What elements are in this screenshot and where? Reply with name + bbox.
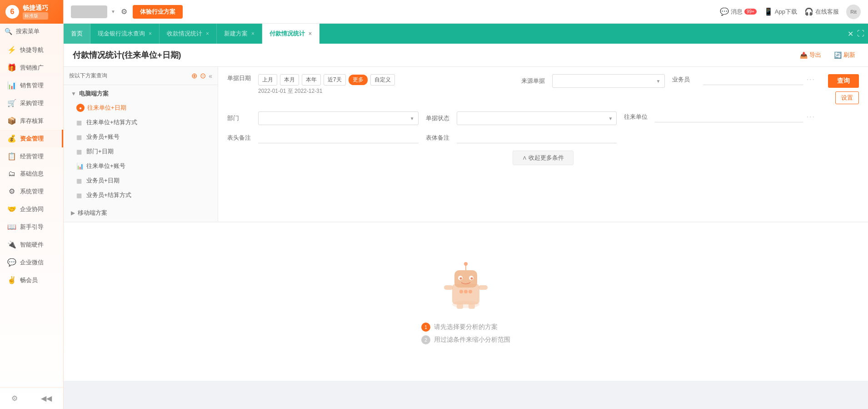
tab-payment-stats-close[interactable]: × [309,30,312,37]
sidebar-item-hardware[interactable]: 🔌 智能硬件 [0,236,63,253]
sidebar-item-purchase[interactable]: 🛒 采购管理 [0,94,63,112]
sidebar-item-sales[interactable]: 📊 销售管理 [0,76,63,94]
partner-input[interactable] [655,111,803,122]
desktop-collapse-icon: ▼ [71,91,76,97]
tab-bank-flow-close[interactable]: × [149,30,152,37]
sidebar-item-label: 库存核算 [20,117,44,125]
scheme-partner-account-label: 往来单位+账号 [86,162,125,170]
date-btn-7days[interactable]: 近7天 [324,74,346,86]
tip-text-2: 用过滤条件来缩小分析范围 [434,336,510,344]
hardware-icon: 🔌 [7,240,16,249]
notification-btn[interactable]: 💬 消息 99+ [720,7,757,16]
sidebar-item-label: 基础信息 [20,170,44,178]
date-btn-this-month[interactable]: 本月 [280,74,299,86]
date-btn-this-year[interactable]: 本年 [302,74,321,86]
scheme-settings-btn[interactable]: ⊙ [200,71,206,80]
scheme-item-partner-settlement[interactable]: ▦ 往来单位+结算方式 [64,115,218,130]
sidebar-item-quick-nav[interactable]: ⚡ 快捷导航 [0,41,63,59]
staff-more-btn[interactable]: ··· [807,76,815,84]
scheme-item-partner-date[interactable]: ● 往来单位+日期 [64,101,218,115]
source-doc-select[interactable]: ▼ [552,74,665,88]
topbar: ▼ ⚙ 体验行业方案 💬 消息 99+ 📱 App下载 🎧 在线客服 Rit [64,0,868,24]
sidebar-item-marketing[interactable]: 🎁 营销推广 [0,59,63,76]
sidebar-item-system[interactable]: ⚙ 系统管理 [0,182,63,200]
collapse-icon: ∧ [522,154,529,161]
sidebar-item-guide[interactable]: 📖 新手引导 [0,218,63,236]
sidebar-collapse-btn[interactable]: ◀◀ [36,391,56,405]
scheme-item-staff-date[interactable]: ▦ 业务员+日期 [64,173,218,188]
tab-bank-flow[interactable]: 现金银行流水查询 × [90,24,160,44]
mobile-section-title: 移动端方案 [78,209,107,217]
doc-status-arrow: ▼ [608,116,613,121]
sidebar-item-label: 系统管理 [20,187,44,196]
source-doc-field: 来源单据 ▼ [521,74,665,88]
date-btn-custom[interactable]: 自定义 [370,74,395,86]
svg-rect-2 [454,270,477,288]
settings-gear-icon[interactable]: ⚙ [121,7,127,16]
message-icon: 💬 [720,7,729,16]
collapse-conditions-btn[interactable]: ∧ 收起更多条件 [513,151,574,165]
export-btn[interactable]: 📤 导出 [796,49,825,61]
scheme-staff-account-label: 业务员+账号 [86,133,120,141]
filter-settings-btn[interactable]: 设置 [835,91,859,104]
date-btn-more[interactable]: 更多 [349,75,368,85]
dept-select[interactable]: ▼ [258,111,419,125]
sidebar-item-label: 企业微信 [20,258,44,267]
page-content: 付款情况统计(往来单位+日期) 📤 导出 🔄 刷新 按以下方案查询 ⊕ [64,44,868,409]
sidebar-item-member[interactable]: ✌ 畅会员 [0,271,63,289]
sidebar-item-basic-info[interactable]: 🗂 基础信息 [0,165,63,182]
sidebar-settings-btn[interactable]: ⚙ [7,391,22,405]
table-icon-4: ▦ [76,177,84,184]
source-doc-label: 来源单据 [521,77,549,85]
tabbar-expand-btn[interactable]: ⛶ [857,30,864,38]
scheme-item-partner-account[interactable]: 📊 往来单位+账号 [64,159,218,173]
mobile-schemes: ▶ 移动端方案 [64,204,218,222]
desktop-section-header[interactable]: ▼ 电脑端方案 [64,87,218,101]
svg-rect-9 [444,285,453,290]
online-service-btn[interactable]: 🎧 在线客服 [804,7,839,16]
app-download-btn[interactable]: 📱 App下载 [764,7,797,16]
tab-bank-flow-label: 现金银行流水查询 [98,30,145,38]
marketing-icon: 🎁 [7,63,16,72]
tab-new-scheme-close[interactable]: × [251,30,254,37]
empty-tip-1: 1 请先选择要分析的方案 [421,323,510,332]
tab-home-label: 首页 [71,30,83,38]
trial-btn[interactable]: 体验行业方案 [133,5,183,19]
mobile-section-header[interactable]: ▶ 移动端方案 [64,206,218,220]
doc-status-select[interactable]: ▼ [457,111,617,125]
sidebar-search[interactable]: 🔍 搜索菜单 [0,24,63,39]
scheme-item-dept-date[interactable]: ▦ 部门+日期 [64,144,218,159]
partner-more-btn[interactable]: ··· [807,113,815,121]
tabbar-close-btn[interactable]: ✕ [848,30,853,38]
sidebar-item-operations[interactable]: 📋 经营管理 [0,147,63,165]
chart-icon-1: 📊 [76,163,84,170]
sidebar-item-wechat[interactable]: 💬 企业微信 [0,253,63,271]
add-scheme-btn[interactable]: ⊕ [191,71,197,80]
svg-point-12 [464,290,468,293]
tab-new-scheme[interactable]: 新建方案 × [217,24,262,44]
topbar-user-avatar[interactable]: Rit [846,5,861,19]
scheme-item-staff-account[interactable]: ▦ 业务员+账号 [64,130,218,144]
staff-input[interactable] [703,74,803,85]
active-scheme-dot: ● [76,104,85,112]
date-btn-last-month[interactable]: 上月 [258,74,277,86]
refresh-btn[interactable]: 🔄 刷新 [830,49,859,61]
sidebar-item-finance[interactable]: 💰 资金管理 [0,130,63,147]
tab-home[interactable]: 首页 [64,24,90,44]
source-doc-arrow: ▼ [656,79,661,84]
tab-collection-stats-close[interactable]: × [206,30,209,37]
scheme-staff-date-label: 业务员+日期 [86,177,120,185]
logo-icon: 6 [5,5,19,19]
sidebar-item-inventory[interactable]: 📦 库存核算 [0,112,63,130]
sidebar-footer: ⚙ ◀◀ [0,387,63,409]
sidebar-item-enterprise[interactable]: 🤝 企业协同 [0,200,63,218]
panel-collapse-btn[interactable]: « [209,72,212,80]
scheme-item-staff-settlement[interactable]: ▦ 业务员+结算方式 [64,188,218,202]
user-area[interactable]: ▼ [71,5,115,18]
body-note-input[interactable] [457,132,617,143]
topbar-actions: 💬 消息 99+ 📱 App下载 🎧 在线客服 Rit [720,5,861,19]
tab-collection-stats[interactable]: 收款情况统计 × [160,24,217,44]
tab-payment-stats[interactable]: 付款情况统计 × [262,24,319,44]
query-btn[interactable]: 查询 [828,74,859,88]
header-note-input[interactable] [258,132,419,143]
